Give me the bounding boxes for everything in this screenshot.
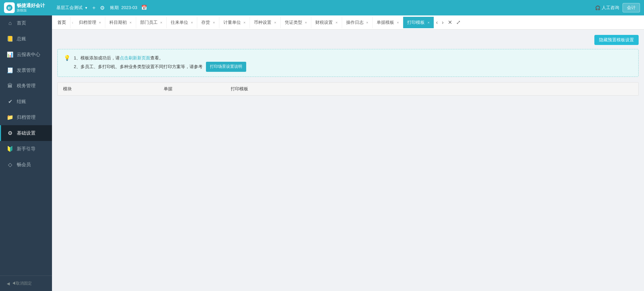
tab-measure[interactable]: 计量单位 ×: [219, 17, 250, 28]
logo-title: 畅捷通好会计: [17, 3, 45, 8]
sidebar-item-ledger[interactable]: 📒 总账: [0, 31, 52, 47]
info-line1: 1、模板添加成功后，请点击刷新新页面查看。: [74, 54, 246, 62]
col-header-template: 打印模板: [225, 83, 638, 95]
sidebar-item-tax[interactable]: 🏛 税务管理: [0, 78, 52, 94]
tab-label-tax-settings: 财税设置: [315, 19, 333, 26]
logo-subtitle: 旗舰版: [17, 8, 45, 13]
tab-label-department: 部门员工: [140, 19, 158, 26]
sidebar-item-closing[interactable]: ✔ 结账: [0, 94, 52, 109]
sidebar-label-home: 首页: [17, 20, 26, 26]
tab-close-currency[interactable]: ×: [274, 20, 276, 25]
tab-close-print-template[interactable]: ×: [427, 20, 429, 25]
hide-template-area: 隐藏预置模板设置: [57, 35, 639, 45]
tab-close-vendor[interactable]: ×: [191, 20, 193, 25]
tab-voucher-type[interactable]: 凭证类型 ×: [281, 17, 311, 28]
period-label: 账期: [110, 5, 119, 10]
logo-text-block: 畅捷通好会计 旗舰版: [17, 3, 45, 13]
settings-icon: ⚙: [7, 130, 13, 136]
sidebar-item-guide[interactable]: 🔰 新手引导: [0, 141, 52, 157]
sidebar-label-closing: 结账: [17, 99, 26, 105]
info-line1-suffix: 查看。: [150, 55, 163, 60]
sidebar-label-tax: 税务管理: [17, 83, 36, 89]
tab-close-archive-mgmt[interactable]: ×: [99, 20, 101, 25]
tab-label-archive-mgmt: 归档管理: [79, 19, 96, 26]
tab-bar: 首页 ‹ 归档管理 × 科目期初 × 部门员工 × 往来单位 × 存货 ×: [52, 15, 644, 30]
tab-label-measure: 计量单位: [223, 19, 241, 26]
tab-op-log[interactable]: 操作日志 ×: [342, 17, 373, 28]
hide-template-btn[interactable]: 隐藏预置模板设置: [594, 35, 639, 45]
sidebar-unpin-btn[interactable]: ◀ ◀取消固定: [0, 276, 52, 291]
col-header-module: 模块: [58, 83, 158, 95]
info-line2-text: 2、多员工、多打印机、多种业务类型设置不同打印方案等，请参考: [74, 63, 203, 70]
tab-inventory[interactable]: 存货 ×: [197, 17, 219, 28]
page-content: 隐藏预置模板设置 💡 1、模板添加成功后，请点击刷新新页面查看。 2、多员工、多…: [52, 30, 644, 291]
support-label: 人工咨询: [602, 5, 619, 11]
period-value: 2023-03: [121, 5, 138, 10]
tab-close-op-log[interactable]: ×: [366, 20, 368, 25]
info-text: 1、模板添加成功后，请点击刷新新页面查看。 2、多员工、多打印机、多种业务类型设…: [74, 54, 246, 72]
tab-currency[interactable]: 币种设置 ×: [250, 17, 280, 28]
add-tab-btn[interactable]: ＋: [91, 4, 97, 11]
tab-home-label: 首页: [57, 19, 66, 26]
tab-archive-mgmt[interactable]: 归档管理 ×: [75, 17, 105, 28]
company-dropdown-icon: ▼: [85, 6, 88, 10]
topbar-right: 🎧 人工咨询 会计: [595, 3, 640, 12]
tab-department[interactable]: 部门员工 ×: [136, 17, 167, 28]
settings-cog-icon[interactable]: ⚙: [100, 5, 105, 11]
tab-close-single-template[interactable]: ×: [397, 20, 399, 25]
account-button[interactable]: 会计: [623, 3, 640, 12]
content-area: 首页 ‹ 归档管理 × 科目期初 × 部门员工 × 往来单位 × 存货 ×: [52, 15, 644, 291]
tab-label-single-template: 单据模板: [377, 19, 394, 26]
print-scene-btn[interactable]: 打印场景设置说明: [206, 62, 246, 72]
reports-icon: 📊: [7, 51, 13, 58]
sidebar-item-settings[interactable]: ⚙ 基础设置: [0, 125, 52, 141]
info-box: 💡 1、模板添加成功后，请点击刷新新页面查看。 2、多员工、多打印机、多种业务类…: [57, 49, 639, 77]
unpin-label: ◀取消固定: [12, 281, 32, 286]
tab-label-voucher-type: 凭证类型: [285, 19, 302, 26]
table-header: 模块 单据 打印模板: [57, 82, 639, 96]
calendar-icon[interactable]: 📅: [141, 5, 147, 10]
bulb-icon: 💡: [64, 55, 70, 61]
period-area: 账期 2023-03 📅: [110, 5, 147, 11]
tab-close-all-btn[interactable]: ✕: [446, 18, 454, 27]
sidebar: ⌂ 首页 📒 总账 📊 云报表中心 🧾 发票管理 🏛 税务管理 ✔ 结账 📁 归…: [0, 15, 52, 291]
refresh-link[interactable]: 点击刷新新页面: [120, 55, 150, 60]
tab-home[interactable]: 首页: [53, 17, 70, 28]
sidebar-item-reports[interactable]: 📊 云报表中心: [0, 47, 52, 62]
tab-label-currency: 币种设置: [254, 19, 271, 26]
headset-icon: 🎧: [595, 5, 600, 10]
company-selector[interactable]: 基层工会测试 ▼: [56, 5, 88, 11]
guide-icon: 🔰: [7, 146, 13, 152]
tab-vendor[interactable]: 往来单位 ×: [167, 17, 197, 28]
support-button[interactable]: 🎧 人工咨询: [595, 5, 619, 11]
tab-close-measure[interactable]: ×: [244, 20, 246, 25]
sidebar-item-member[interactable]: ◇ 畅会员: [0, 157, 52, 173]
sidebar-item-invoice[interactable]: 🧾 发票管理: [0, 62, 52, 78]
tab-nav-prev[interactable]: ‹: [434, 18, 440, 27]
tab-tax-settings[interactable]: 财税设置 ×: [311, 17, 342, 28]
tab-nav-next[interactable]: ›: [440, 18, 445, 27]
tab-close-tax-settings[interactable]: ×: [335, 20, 337, 25]
sidebar-label-invoice: 发票管理: [17, 67, 36, 74]
sidebar-label-ledger: 总账: [17, 36, 26, 42]
closing-icon: ✔: [7, 98, 13, 105]
main-layout: ⌂ 首页 📒 总账 📊 云报表中心 🧾 发票管理 🏛 税务管理 ✔ 结账 📁 归…: [0, 15, 644, 291]
tax-icon: 🏛: [7, 83, 13, 89]
tab-print-template[interactable]: 打印模板 ×: [403, 17, 434, 28]
tab-single-template[interactable]: 单据模板 ×: [373, 17, 403, 28]
logo-icon: 好: [4, 2, 15, 13]
sidebar-label-guide: 新手引导: [17, 146, 36, 152]
tab-close-subject-init[interactable]: ×: [129, 20, 131, 25]
ledger-icon: 📒: [7, 36, 13, 42]
topbar-actions: ＋ ⚙: [91, 4, 105, 11]
tab-label-inventory: 存货: [201, 19, 210, 26]
tab-label-print-template: 打印模板: [407, 19, 425, 26]
sidebar-item-archive[interactable]: 📁 归档管理: [0, 109, 52, 125]
sidebar-label-archive: 归档管理: [17, 114, 36, 120]
sidebar-item-home[interactable]: ⌂ 首页: [0, 15, 52, 31]
tab-subject-init[interactable]: 科目期初 ×: [105, 17, 136, 28]
tab-close-inventory[interactable]: ×: [213, 20, 215, 25]
tab-close-voucher-type[interactable]: ×: [305, 20, 307, 25]
tab-close-department[interactable]: ×: [160, 20, 162, 25]
tab-expand-btn[interactable]: ⤢: [454, 18, 463, 27]
